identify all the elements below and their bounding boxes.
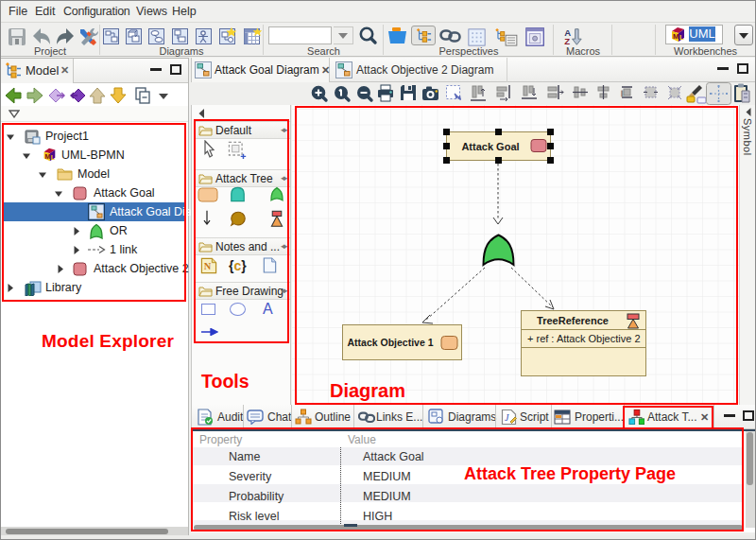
svg-text:I: I [621,89,624,98]
svg-text:J: J [505,412,509,423]
svg-text:M: M [673,32,679,41]
svg-text:Z: Z [564,36,570,46]
svg-text:L: L [679,33,684,42]
